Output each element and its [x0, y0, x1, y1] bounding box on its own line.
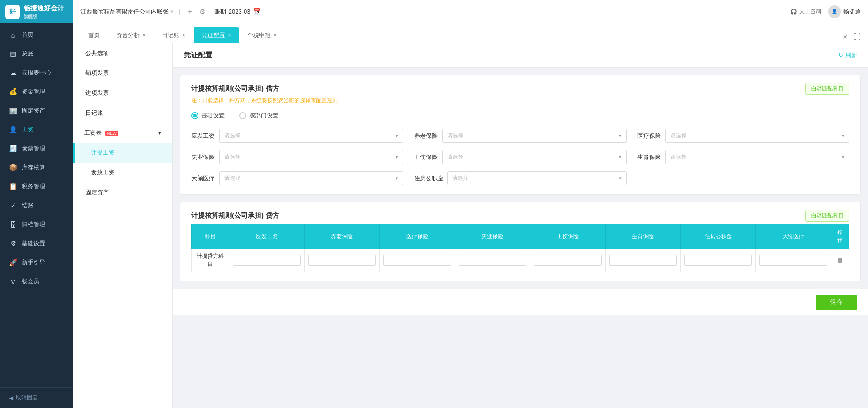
td-yiliao[interactable] — [380, 249, 455, 272]
select-arrow-shengyu: ▾ — [842, 154, 844, 160]
radio-dept[interactable]: 按部门设置 — [239, 112, 278, 120]
refresh-btn[interactable]: ↻ 刷新 — [838, 52, 857, 60]
sidebar-item-guide[interactable]: 🚀 新手引导 — [0, 253, 73, 272]
company-selector[interactable]: 江西服宝精品有限责任公司内账张 ▾ — [80, 8, 174, 16]
input-shengyu[interactable] — [609, 255, 677, 266]
radio-basic-circle — [191, 112, 198, 119]
sidebar-item-home[interactable]: ⌂ 首页 — [0, 25, 73, 44]
input-yingfa[interactable] — [233, 255, 300, 266]
form-item-gongshang: 工伤保险 请选择 ▾ — [414, 150, 626, 164]
tab-close-voucher[interactable]: × — [228, 32, 231, 38]
select-yiliao[interactable]: 请选择 ▾ — [665, 129, 849, 143]
input-shiye[interactable] — [459, 255, 526, 266]
menu-pay-salary[interactable]: 发放工资 — [73, 163, 172, 183]
invoice-icon: 🧾 — [9, 145, 17, 153]
td-daeyiliao[interactable] — [756, 249, 831, 272]
tab-home[interactable]: 首页 — [80, 27, 108, 43]
archive-icon: 🗄 — [9, 221, 17, 229]
menu-payroll-group[interactable]: 工资表 NEW ▾ — [73, 123, 172, 143]
input-yanglao[interactable] — [308, 255, 376, 266]
sidebar-item-ledger[interactable]: ▤ 总账 — [0, 44, 73, 63]
label-shengyu: 生育保险 — [637, 153, 662, 161]
sidebar-item-member[interactable]: V 畅会员 — [0, 272, 73, 291]
input-zhufang[interactable] — [684, 255, 752, 266]
form-item-shengyu: 生育保险 请选择 ▾ — [637, 150, 849, 164]
period-label: 账期 — [214, 8, 226, 16]
main-content: 凭证配置 ↻ 刷新 自动匹配科目 计提核算规则(公司承担)-借方 注：只能选择一… — [173, 43, 868, 408]
tab-voucher-config[interactable]: 凭证配置 × — [194, 27, 239, 43]
sidebar-item-close-account[interactable]: ✓ 结账 — [0, 196, 73, 215]
tab-close-fund[interactable]: × — [142, 32, 146, 38]
td-yanglao[interactable] — [304, 249, 379, 272]
pin-icon: ◀ — [9, 395, 13, 401]
td-shiye[interactable] — [455, 249, 530, 272]
menu-purchase-invoice[interactable]: 进项发票 — [73, 83, 172, 103]
close-window-btn[interactable]: ✕ — [842, 33, 848, 41]
credit-section-title: 计提核算规则(公司承担)-贷方 — [191, 211, 849, 220]
sidebar-item-salary[interactable]: 👤 工资 — [0, 120, 73, 139]
sidebar-item-fixed-asset[interactable]: 🏢 固定资产 — [0, 101, 73, 120]
calendar-icon[interactable]: 📅 — [253, 8, 261, 16]
th-yingfa: 应发工资 — [229, 224, 304, 249]
select-arrow-yanglao: ▾ — [619, 133, 622, 139]
sidebar-item-tax[interactable]: 📋 税务管理 — [0, 177, 73, 196]
tab-fund-analysis[interactable]: 资金分析 × — [108, 27, 153, 43]
topbar: 江西服宝精品有限责任公司内账张 ▾ | + ⚙ 账期 2023-03 📅 🎧 人… — [73, 0, 868, 23]
sidebar-item-inventory[interactable]: 📦 库存核算 — [0, 158, 73, 177]
select-daeyiliao[interactable]: 请选择 ▾ — [219, 171, 403, 185]
select-zhufang[interactable]: 请选择 ▾ — [447, 171, 626, 185]
menu-public-options[interactable]: 公共选项 — [73, 43, 172, 63]
auto-match-credit-btn[interactable]: 自动匹配科目 — [805, 210, 849, 222]
user-menu[interactable]: 👤 畅捷通 — [828, 5, 861, 18]
payroll-group-label: 工资表 NEW — [84, 129, 118, 137]
input-yiliao[interactable] — [383, 255, 451, 266]
label-yanglao: 养老保险 — [414, 132, 439, 140]
select-arrow-shiye: ▾ — [396, 154, 398, 160]
add-company-btn[interactable]: + — [186, 8, 193, 16]
ledger-icon: ▤ — [9, 50, 17, 58]
headset-icon: 🎧 — [790, 9, 797, 15]
delete-row-btn[interactable]: 🗑 — [837, 257, 843, 264]
label-daeyiliao: 大额医疗 — [191, 174, 216, 183]
fund-icon: 💰 — [9, 88, 17, 96]
menu-accrual-salary[interactable]: 计提工资 — [73, 143, 172, 163]
tab-journal[interactable]: 日记账 × — [154, 27, 193, 43]
menu-fixed-asset[interactable]: 固定资产 — [73, 183, 172, 202]
tab-tax-return[interactable]: 个税申报 × — [240, 27, 284, 43]
label-yingfa: 应发工资 — [191, 132, 216, 140]
select-gongshang[interactable]: 请选择 ▾ — [442, 150, 626, 164]
select-shiye[interactable]: 请选择 ▾ — [219, 150, 403, 164]
td-gongshang[interactable] — [530, 249, 605, 272]
auto-match-debit-btn[interactable]: 自动匹配科目 — [805, 83, 849, 95]
td-yingfa[interactable] — [229, 249, 304, 272]
guide-icon: 🚀 — [9, 258, 17, 267]
input-gongshang[interactable] — [534, 255, 601, 266]
select-shengyu[interactable]: 请选择 ▾ — [665, 150, 849, 164]
radio-basic[interactable]: 基础设置 — [191, 112, 225, 120]
td-zhufang[interactable] — [681, 249, 756, 272]
tab-close-journal[interactable]: × — [182, 32, 185, 38]
tab-close-tax[interactable]: × — [274, 32, 277, 38]
sidebar-item-invoice[interactable]: 🧾 发票管理 — [0, 139, 73, 158]
settings-gear-icon[interactable]: ⚙ — [199, 8, 205, 16]
th-shengyu: 生育保险 — [605, 224, 680, 249]
input-daeyiliao[interactable] — [760, 255, 827, 266]
select-yanglao[interactable]: 请选择 ▾ — [442, 129, 626, 143]
sidebar-item-fund[interactable]: 💰 资金管理 — [0, 82, 73, 101]
chevron-down-icon: ▾ — [158, 130, 161, 136]
inventory-icon: 📦 — [9, 164, 17, 172]
menu-journal[interactable]: 日记账 — [73, 103, 172, 123]
td-shengyu[interactable] — [605, 249, 680, 272]
maximize-window-btn[interactable]: ⛶ — [854, 33, 861, 41]
cancel-pin-btn[interactable]: ◀ 取消固定 — [0, 387, 73, 408]
period-value[interactable]: 2023-03 — [229, 8, 250, 15]
menu-sales-invoice[interactable]: 销项发票 — [73, 63, 172, 83]
tax-icon: 📋 — [9, 183, 17, 191]
sidebar-item-cloud-report[interactable]: ☁ 云报表中心 — [0, 63, 73, 82]
sidebar-item-archive[interactable]: 🗄 归档管理 — [0, 215, 73, 234]
content-area: 公共选项 销项发票 进项发票 日记账 工资表 NEW ▾ 计提工资 — [73, 43, 868, 408]
select-yingfa[interactable]: 请选择 ▾ — [219, 129, 403, 143]
save-button[interactable]: 保存 — [816, 295, 857, 310]
support-btn[interactable]: 🎧 人工咨询 — [790, 8, 821, 15]
sidebar-item-settings[interactable]: ⚙ 基础设置 — [0, 234, 73, 253]
